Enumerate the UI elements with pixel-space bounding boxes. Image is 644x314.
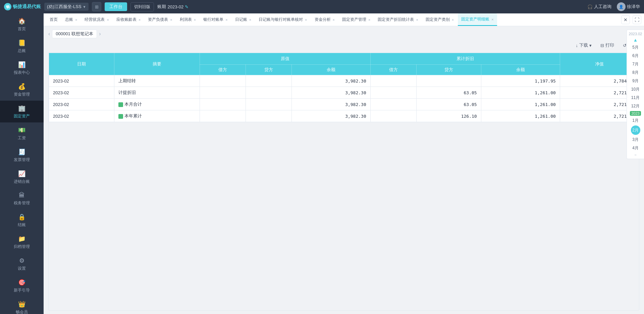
sidebar-item-archive[interactable]: 📁 归档管理 (0, 231, 44, 253)
tab-receivable[interactable]: 应收账龄表 × (113, 13, 144, 26)
month-5[interactable]: 5月 (627, 43, 644, 52)
month-4[interactable]: 4月 (627, 144, 644, 152)
tab-status[interactable]: 经营状况表 × (81, 13, 112, 26)
tab-profit[interactable]: 利润表 × (176, 13, 199, 26)
tab-fund-analysis-close[interactable]: × (333, 18, 335, 22)
sidebar-item-sales[interactable]: 📈 进销台账 (0, 166, 44, 188)
sidebar-item-home[interactable]: 🏠 首页 (0, 13, 44, 35)
th-abstract: 摘要 (114, 53, 200, 75)
tab-fa-depreciation[interactable]: 固定资产折旧统计表 × (374, 13, 421, 26)
tab-profit-close[interactable]: × (194, 18, 196, 22)
table-cell: 3,982.30 (291, 87, 370, 99)
tab-home-label: 首页 (50, 17, 58, 22)
sidebar-item-ledger[interactable]: 📒 总账 (0, 35, 44, 57)
table-cell: 3,982.30 (291, 75, 370, 87)
table-cell: 1,261.00 (481, 87, 560, 99)
table-container: 日期 摘要 原值 累计折旧 净值 借方 贷方 余额 借方 贷方 余额 (48, 52, 639, 311)
asset-name: 联想笔记本 (71, 31, 93, 36)
sidebar-item-fund[interactable]: 💰 资金管理 (0, 79, 44, 101)
month-2-active[interactable]: 2月 (631, 125, 640, 135)
table-cell: 1,261.00 (481, 99, 560, 110)
sidebar-label-reports: 报表中心 (14, 70, 30, 75)
tab-fa-category-close[interactable]: × (452, 18, 454, 22)
sidebar-item-guide[interactable]: 🎯 新手引导 (0, 275, 44, 297)
invoice-icon: 🧾 (18, 148, 25, 156)
copy-button[interactable]: ⊞ (92, 2, 101, 11)
asset-prev-arrow[interactable]: ‹ (48, 31, 50, 37)
date-scroll-up[interactable]: ▲ (633, 37, 639, 43)
table-cell (200, 99, 246, 110)
tab-status-close[interactable]: × (107, 18, 109, 22)
tab-receivable-close[interactable]: × (139, 18, 141, 22)
month-3[interactable]: 3月 (627, 136, 644, 144)
tab-close-all-button[interactable]: ✕ (621, 15, 630, 24)
company-selector[interactable]: (劝)江西服坐-LSS ▼ (44, 3, 89, 11)
sidebar-item-invoice[interactable]: 🧾 发票管理 (0, 144, 44, 166)
sidebar-item-tax[interactable]: 🏛 税务管理 (0, 188, 44, 209)
month-8[interactable]: 8月 (627, 68, 644, 77)
month-6[interactable]: 6月 (627, 52, 644, 60)
table-cell: 126.10 (416, 110, 481, 122)
th-dep-credit: 贷方 (416, 65, 481, 75)
detail-table: 日期 摘要 原值 累计折旧 净值 借方 贷方 余额 借方 贷方 余额 (49, 53, 639, 122)
asset-next-arrow[interactable]: › (99, 31, 101, 37)
tab-balance[interactable]: 资产负债表 × (145, 13, 175, 26)
workbench-button[interactable]: 工作台 (105, 2, 127, 11)
tab-bank-match-close[interactable]: × (305, 18, 307, 22)
table-cell: 63.05 (416, 87, 481, 99)
tab-balance-label: 资产负债表 (148, 17, 168, 22)
sidebar-item-salary[interactable]: 💵 工资 (0, 122, 44, 144)
tab-fund-analysis[interactable]: 资金分析 × (311, 13, 338, 26)
help-button[interactable]: 🎧 人工咨询 (587, 4, 611, 10)
tab-balance-close[interactable]: × (170, 18, 172, 22)
asset-navigation: ‹ 000001 联想笔记本 › (48, 30, 639, 38)
home-icon: 🏠 (18, 17, 25, 25)
sidebar-item-close[interactable]: 🔒 结账 (0, 209, 44, 231)
month-1[interactable]: 1月 (627, 116, 644, 125)
tab-journal-close[interactable]: × (249, 18, 251, 22)
month-11[interactable]: 11月 (627, 94, 644, 102)
month-12[interactable]: 12月 (627, 102, 644, 110)
sidebar-label-member: 畅会员 (16, 309, 28, 314)
tab-ledger[interactable]: 总账 × (62, 13, 80, 26)
tab-fa-depreciation-close[interactable]: × (416, 18, 418, 22)
tab-home[interactable]: 首页 (46, 13, 61, 26)
month-9[interactable]: 9月 (627, 77, 644, 85)
month-7[interactable]: 7月 (627, 60, 644, 68)
old-version-button[interactable]: 切到旧版 (130, 2, 154, 11)
date-panel-extra: ○ (634, 152, 637, 157)
period-edit-icon[interactable]: ✎ (185, 4, 189, 9)
sidebar-item-fixed-assets[interactable]: 🏢 固定资产 (0, 101, 44, 122)
tab-journal[interactable]: 日记账 × (232, 13, 255, 26)
print-button[interactable]: ⊟ 打印 (598, 41, 617, 50)
tab-bank-match[interactable]: 日记账与银行对账单核对 × (255, 13, 310, 26)
sidebar-item-member[interactable]: 👑 畅会员 (0, 297, 44, 314)
tax-icon: 🏛 (19, 192, 25, 199)
user-menu[interactable]: 👤 徐泽华 (617, 2, 640, 11)
table-cell: 1,261.00 (481, 110, 560, 122)
sidebar-item-settings[interactable]: ⚙ 设置 (0, 253, 44, 275)
table-cell (246, 99, 291, 110)
month-10[interactable]: 10月 (627, 85, 644, 94)
tab-fa-mgmt-close[interactable]: × (368, 18, 370, 22)
sidebar-item-reports[interactable]: 📊 报表中心 (0, 57, 44, 79)
table-cell (370, 87, 416, 99)
tab-fa-detail-label: 固定资产明细账 (461, 16, 489, 22)
sidebar-label-invoice: 发票管理 (14, 157, 30, 163)
table-cell (200, 75, 246, 87)
download-button[interactable]: ↓ 下载 ▾ (573, 41, 595, 50)
tab-maximize-button[interactable]: ⛶ (633, 15, 641, 24)
tab-bank-close[interactable]: × (225, 18, 227, 22)
tab-fa-mgmt[interactable]: 固定资产管理 × (339, 13, 374, 26)
sidebar-label-fixed-assets: 固定资产 (14, 113, 30, 119)
tab-fa-detail-close[interactable]: × (491, 17, 493, 21)
salary-icon: 💵 (18, 126, 25, 134)
tab-bank[interactable]: 银行对账单 × (200, 13, 231, 26)
tab-ledger-close[interactable]: × (75, 18, 77, 22)
user-name: 徐泽华 (627, 4, 640, 10)
tab-fa-category[interactable]: 固定资产类别 × (422, 13, 457, 26)
table-cell (246, 110, 291, 122)
tab-fa-detail[interactable]: 固定资产明细账 × (458, 13, 497, 26)
table-cell (246, 87, 291, 99)
sidebar-label-sales: 进销台账 (14, 179, 30, 185)
